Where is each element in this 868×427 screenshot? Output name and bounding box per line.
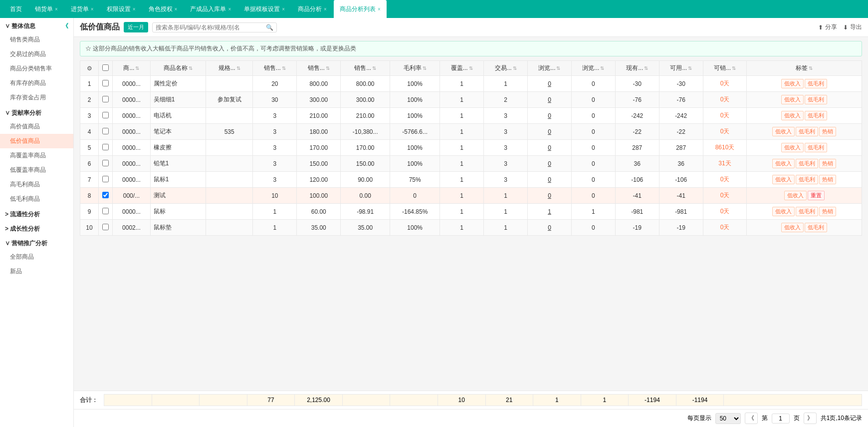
- first-page-button[interactable]: 《: [745, 413, 758, 424]
- sidebar-group-growth[interactable]: > 成长性分析: [0, 221, 73, 235]
- cell-checkbox[interactable]: [99, 188, 113, 204]
- sort-icon[interactable]: ⇅: [189, 65, 193, 71]
- row-checkbox[interactable]: [102, 128, 109, 134]
- cell-checkbox[interactable]: [99, 156, 113, 172]
- sort-icon[interactable]: ⇅: [326, 65, 330, 71]
- sort-icon[interactable]: ⇅: [556, 65, 560, 71]
- sort-icon[interactable]: ⇅: [423, 65, 427, 71]
- collapse-icon[interactable]: 《: [62, 22, 68, 30]
- nav-item-home[interactable]: 首页: [4, 0, 28, 18]
- nav-item-templates[interactable]: 单据模板设置 ×: [238, 0, 291, 18]
- sort-icon[interactable]: ⇅: [809, 65, 813, 71]
- sort-icon[interactable]: ⇅: [513, 65, 517, 71]
- views1-link[interactable]: 0: [548, 80, 551, 87]
- sort-icon[interactable]: ⇅: [135, 65, 139, 71]
- close-icon[interactable]: ×: [133, 6, 136, 12]
- nav-item-roles[interactable]: 角色授权 ×: [143, 0, 184, 18]
- close-icon[interactable]: ×: [175, 6, 178, 12]
- sidebar-item-low-value[interactable]: 低价值商品: [0, 134, 73, 148]
- col-tags: 标签⇅: [747, 61, 862, 76]
- cell-sales-price: 180.00: [297, 124, 341, 140]
- views1-link[interactable]: 0: [548, 96, 551, 103]
- row-checkbox[interactable]: [102, 224, 109, 230]
- cell-sellable: 0天: [703, 108, 747, 124]
- sidebar-group-marketing[interactable]: ∨ 营销推广分析: [0, 235, 73, 250]
- sidebar-item-traded-goods[interactable]: 交易过的商品: [0, 47, 73, 61]
- col-gross-rate: 毛利率⇅: [390, 61, 440, 76]
- cell-gross-rate: 0: [390, 188, 440, 204]
- cell-checkbox[interactable]: [99, 92, 113, 108]
- sidebar-item-high-coverage[interactable]: 高覆盖率商品: [0, 148, 73, 163]
- views1-link[interactable]: 0: [548, 112, 551, 119]
- views1-link[interactable]: 0: [548, 160, 551, 167]
- sort-icon[interactable]: ⇅: [372, 65, 376, 71]
- row-checkbox[interactable]: [102, 144, 109, 150]
- sidebar-item-low-coverage[interactable]: 低覆盖率商品: [0, 163, 73, 177]
- views1-link[interactable]: 1: [548, 208, 551, 215]
- cell-checkbox[interactable]: [99, 220, 113, 236]
- sort-icon[interactable]: ⇅: [600, 65, 604, 71]
- search-icon[interactable]: 🔍: [266, 24, 273, 31]
- close-icon[interactable]: ×: [282, 6, 285, 12]
- nav-item-purchase[interactable]: 进货单 ×: [65, 0, 100, 18]
- nav-item-sales[interactable]: 销货单 ×: [29, 0, 64, 18]
- nav-item-product-analysis[interactable]: 商品分析 ×: [292, 0, 333, 18]
- cell-checkbox[interactable]: [99, 124, 113, 140]
- nav-item-warehousing[interactable]: 产成品入库单 ×: [184, 0, 237, 18]
- views1-link[interactable]: 0: [548, 192, 551, 199]
- views1-link[interactable]: 0: [548, 128, 551, 135]
- search-input[interactable]: [156, 24, 264, 31]
- row-checkbox[interactable]: [102, 160, 109, 166]
- close-icon[interactable]: ×: [228, 6, 231, 12]
- row-checkbox[interactable]: [102, 192, 109, 198]
- views1-link[interactable]: 0: [548, 144, 551, 151]
- select-all-checkbox[interactable]: [102, 64, 109, 71]
- sort-icon[interactable]: ⇅: [644, 65, 648, 71]
- close-icon[interactable]: ×: [378, 6, 381, 12]
- sort-icon[interactable]: ⇅: [282, 65, 286, 71]
- cell-checkbox[interactable]: [99, 204, 113, 220]
- cell-checkbox[interactable]: [99, 172, 113, 188]
- sidebar-group-overall[interactable]: ∨ 整体信息 《: [0, 18, 73, 32]
- sidebar-item-sales-goods[interactable]: 销售类商品: [0, 32, 73, 47]
- close-icon[interactable]: ×: [324, 6, 327, 12]
- sidebar-item-high-value[interactable]: 高价值商品: [0, 119, 73, 134]
- views1-link[interactable]: 0: [548, 176, 551, 183]
- page-size-select[interactable]: 50 100 200: [715, 413, 741, 424]
- sidebar-item-low-margin[interactable]: 低毛利商品: [0, 192, 73, 206]
- row-checkbox[interactable]: [102, 96, 109, 102]
- row-checkbox[interactable]: [102, 176, 109, 182]
- cell-checkbox[interactable]: [99, 76, 113, 92]
- cell-code: 0000...: [113, 156, 151, 172]
- sort-icon[interactable]: ⇅: [688, 65, 692, 71]
- sort-icon[interactable]: ⇅: [469, 65, 473, 71]
- sidebar-group-liquidity[interactable]: > 流通性分析: [0, 206, 73, 221]
- nav-item-product-analysis-list[interactable]: 商品分析列表 ×: [334, 0, 387, 18]
- row-checkbox[interactable]: [102, 80, 109, 86]
- close-icon[interactable]: ×: [55, 6, 58, 12]
- cell-checkbox[interactable]: [99, 140, 113, 156]
- sort-icon[interactable]: ⇅: [236, 65, 240, 71]
- col-sellable: 可销...⇅: [703, 61, 747, 76]
- share-button[interactable]: ⬆ 分享: [818, 23, 837, 31]
- sidebar-item-new-goods[interactable]: 新品: [0, 264, 73, 279]
- close-icon[interactable]: ×: [91, 6, 94, 12]
- col-checkbox[interactable]: [99, 61, 113, 76]
- sidebar-item-inventory-funds[interactable]: 库存资金占用: [0, 90, 73, 105]
- filter-month-button[interactable]: 近一月: [124, 22, 148, 32]
- sidebar-item-all-goods[interactable]: 全部商品: [0, 250, 73, 264]
- col-settings[interactable]: ⚙: [80, 61, 99, 76]
- row-checkbox[interactable]: [102, 112, 109, 118]
- nav-item-permissions[interactable]: 权限设置 ×: [101, 0, 142, 18]
- sidebar-item-high-margin[interactable]: 高毛利商品: [0, 177, 73, 192]
- sidebar-item-category-sales[interactable]: 商品分类销售率: [0, 61, 73, 76]
- sidebar-item-stocked-goods[interactable]: 有库存的商品: [0, 76, 73, 90]
- row-checkbox[interactable]: [102, 208, 109, 214]
- cell-checkbox[interactable]: [99, 108, 113, 124]
- next-page-button[interactable]: 》: [804, 413, 817, 424]
- sort-icon[interactable]: ⇅: [732, 65, 736, 71]
- export-button[interactable]: ⬇ 导出: [843, 23, 862, 31]
- page-number-input[interactable]: [772, 414, 790, 424]
- sidebar-group-contribution[interactable]: ∨ 贡献率分析: [0, 105, 73, 119]
- views1-link[interactable]: 0: [548, 224, 551, 231]
